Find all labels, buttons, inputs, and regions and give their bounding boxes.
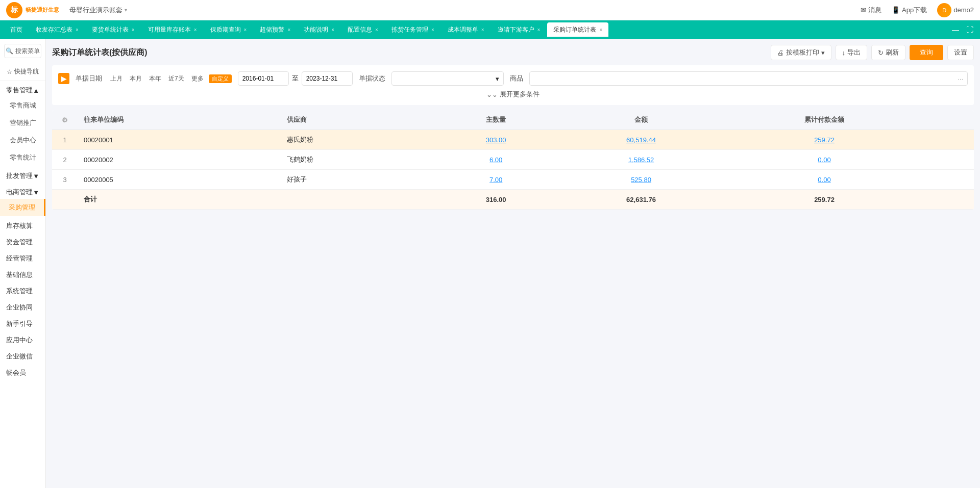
shortcut-this-month[interactable]: 本月 xyxy=(128,73,144,84)
sidebar-section-member[interactable]: 畅会员 xyxy=(0,363,45,379)
sidebar-item-purchase[interactable]: 采购管理 xyxy=(0,199,45,216)
table-row[interactable]: 3 00020005 好孩子 7.00 525.80 0.00 xyxy=(52,170,974,190)
date-from-input[interactable] xyxy=(238,71,289,86)
expand-conditions-button[interactable]: ⌄⌄ 展开更多条件 xyxy=(58,90,968,99)
row-amount: 1,586.52 xyxy=(559,150,723,170)
search-menu-button[interactable]: 🔍 搜索菜单 xyxy=(4,44,41,58)
row-amount: 60,519.44 xyxy=(559,130,723,150)
date-to-input[interactable] xyxy=(302,71,353,86)
settings-button[interactable]: 设置 xyxy=(947,45,974,60)
sidebar-item-retail-shop[interactable]: 零售商城 xyxy=(0,97,45,114)
sidebar-section-collab[interactable]: 企业协同 xyxy=(0,298,45,314)
goods-input[interactable] xyxy=(530,75,953,83)
table-row[interactable]: 2 00020002 飞鹤奶粉 6.00 1,586.52 0.00 xyxy=(52,150,974,170)
goods-input-more-icon[interactable]: ··· xyxy=(953,75,967,83)
row-qty-link[interactable]: 6.00 xyxy=(489,156,502,164)
sidebar-section-wholesale[interactable]: 批发管理 ▼ xyxy=(0,166,45,183)
close-tab-kyls[interactable]: × xyxy=(194,27,197,33)
workspace-selector[interactable]: 母婴行业演示账套 ▾ xyxy=(69,6,127,15)
tab-cbyx[interactable]: 超储预警 × xyxy=(254,22,297,37)
sidebar-section-operation[interactable]: 经营管理 xyxy=(0,249,45,265)
row-paid-link[interactable]: 0.00 xyxy=(818,176,830,184)
minimize-button[interactable]: — xyxy=(949,23,962,36)
row-paid-link[interactable]: 259.72 xyxy=(814,136,835,144)
table-area: ⚙ 往来单位编码 供应商 主数量 金额 累计付款金额 1 00020001 xyxy=(52,110,974,210)
row-amount-link[interactable]: 1,586.52 xyxy=(628,156,654,164)
nav-tabs: 首页 收发存汇总表 × 要货单统计表 × 可用量库存账本 × 保质期查询 × 超… xyxy=(0,20,980,39)
row-qty: 303.00 xyxy=(432,130,559,150)
tab-cgddtj[interactable]: 采购订单统计表 × xyxy=(547,22,608,37)
row-qty-link[interactable]: 7.00 xyxy=(489,176,502,184)
tab-yqxygk[interactable]: 邀请下游客户 × xyxy=(492,22,547,37)
close-tab-shfd[interactable]: × xyxy=(76,27,79,33)
row-qty-link[interactable]: 303.00 xyxy=(486,136,506,144)
shortcut-this-year[interactable]: 本年 xyxy=(147,73,163,84)
workspace-arrow-icon: ▾ xyxy=(125,7,127,13)
sidebar-section-guide[interactable]: 新手引导 xyxy=(0,314,45,330)
close-tab-bqcx[interactable]: × xyxy=(244,27,247,33)
app-download-icon: 📱 xyxy=(892,6,900,14)
status-select[interactable]: ▾ xyxy=(391,71,504,86)
close-tab-phgl[interactable]: × xyxy=(431,27,434,33)
close-tab-cbyx[interactable]: × xyxy=(287,27,290,33)
sidebar-section-retail[interactable]: 零售管理 ▲ xyxy=(0,81,45,97)
export-button[interactable]: ↓ 导出 xyxy=(836,45,868,60)
tab-gnms[interactable]: 功能说明 × xyxy=(298,22,340,37)
refresh-button[interactable]: ↻ 刷新 xyxy=(871,45,905,60)
template-print-button[interactable]: 🖨 按模板打印 ▾ xyxy=(771,45,831,60)
workspace-name: 母婴行业演示账套 xyxy=(69,6,122,15)
tab-bqcx[interactable]: 保质期查询 × xyxy=(204,22,253,37)
sidebar-section-finance[interactable]: 资金管理 xyxy=(0,233,45,249)
star-icon: ☆ xyxy=(7,68,12,75)
quick-nav-button[interactable]: ☆ 快捷导航 xyxy=(0,63,45,81)
row-code: 00020002 xyxy=(78,150,281,170)
chevron-up-icon: ▲ xyxy=(33,87,39,94)
main-layout: 🔍 搜索菜单 ☆ 快捷导航 零售管理 ▲ 零售商城 营销推广 会员中心 零售统计… xyxy=(0,39,980,488)
printer-icon: 🖨 xyxy=(777,49,784,57)
tab-home[interactable]: 首页 xyxy=(4,22,29,37)
tab-kyls[interactable]: 可用量库存账本 × xyxy=(142,22,203,37)
sidebar-section-ecom[interactable]: 电商管理 ▼ xyxy=(0,183,45,199)
row-paid-link[interactable]: 0.00 xyxy=(818,156,830,164)
column-settings-icon[interactable]: ⚙ xyxy=(62,116,68,124)
logo-area: 标 畅捷通好生意 xyxy=(6,2,59,18)
custom-date-badge[interactable]: 自定义 xyxy=(209,74,232,83)
status-select-arrow: ▾ xyxy=(496,75,499,83)
shortcut-7days[interactable]: 近7天 xyxy=(166,73,186,84)
sidebar-section-system[interactable]: 系统管理 xyxy=(0,281,45,298)
dropdown-arrow-icon: ▾ xyxy=(821,49,825,57)
close-tab-pzsz[interactable]: × xyxy=(375,27,378,33)
close-tab-gnms[interactable]: × xyxy=(331,27,334,33)
tab-cbtz[interactable]: 成本调整单 × xyxy=(442,22,491,37)
sidebar-section-corpwx[interactable]: 企业微信 xyxy=(0,347,45,363)
tab-phgl[interactable]: 拣货任务管理 × xyxy=(385,22,440,37)
row-amount-link[interactable]: 60,519.44 xyxy=(626,136,656,144)
th-qty: 主数量 xyxy=(432,110,559,130)
chevron-down-icon-2: ▼ xyxy=(33,189,39,196)
page-actions: 🖨 按模板打印 ▾ ↓ 导出 ↻ 刷新 查询 设置 xyxy=(771,45,974,60)
tab-pzsz[interactable]: 配置信息 × xyxy=(341,22,384,37)
close-tab-cbtz[interactable]: × xyxy=(481,27,484,33)
sidebar-item-retail-stats[interactable]: 零售统计 xyxy=(0,149,45,166)
sidebar-section-appcenter[interactable]: 应用中心 xyxy=(0,330,45,347)
shortcut-more[interactable]: 更多 xyxy=(189,73,206,84)
row-amount-link[interactable]: 525.80 xyxy=(631,176,651,184)
tab-shfd[interactable]: 收发存汇总表 × xyxy=(30,22,85,37)
table-row[interactable]: 1 00020001 惠氏奶粉 303.00 60,519.44 259.72 xyxy=(52,130,974,150)
close-tab-yhtj[interactable]: × xyxy=(132,27,135,33)
tab-yhtj[interactable]: 要货单统计表 × xyxy=(86,22,141,37)
query-button[interactable]: 查询 xyxy=(910,45,943,60)
close-tab-cgddtj[interactable]: × xyxy=(599,27,602,33)
expand-more-row: ⌄⌄ 展开更多条件 xyxy=(58,90,968,99)
shortcut-last-month[interactable]: 上月 xyxy=(108,73,125,84)
user-profile-button[interactable]: D demo2 xyxy=(937,3,974,17)
maximize-button[interactable]: ⛶ xyxy=(964,23,976,36)
close-tab-yqxygk[interactable]: × xyxy=(537,27,541,33)
filter-toggle-button[interactable]: ▶ xyxy=(58,73,69,84)
app-download-button[interactable]: 📱 App下载 xyxy=(892,6,927,15)
sidebar-item-marketing[interactable]: 营销推广 xyxy=(0,114,45,132)
sidebar-item-member-center[interactable]: 会员中心 xyxy=(0,132,45,149)
sidebar-section-inventory[interactable]: 库存核算 xyxy=(0,216,45,233)
sidebar-section-basic[interactable]: 基础信息 xyxy=(0,265,45,281)
message-button[interactable]: ✉ 消息 xyxy=(861,6,881,15)
